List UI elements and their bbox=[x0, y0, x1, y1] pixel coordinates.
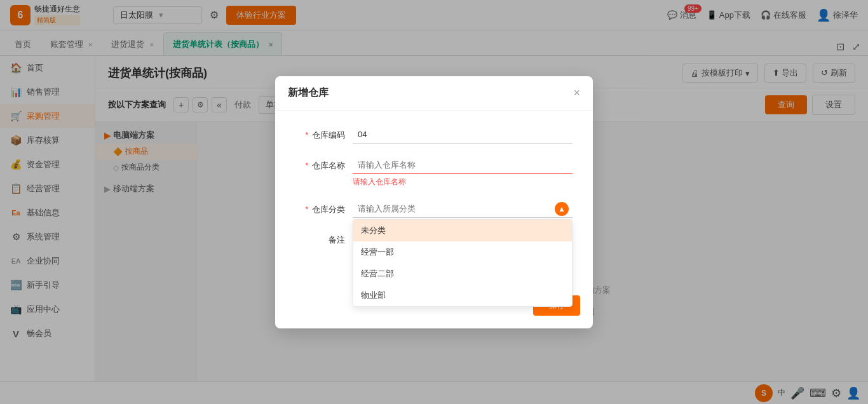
modal-body: * 仓库编码 * 仓库名称 请输入仓库名称 bbox=[275, 111, 593, 288]
warehouse-code-row: * 仓库编码 bbox=[295, 126, 573, 144]
warehouse-category-label: * 仓库分类 bbox=[295, 200, 353, 215]
category-option-property[interactable]: 物业部 bbox=[353, 285, 572, 306]
category-option-ops2[interactable]: 经营二部 bbox=[353, 263, 572, 285]
warehouse-category-row: * 仓库分类 ▲ 未分类 经营一部 经营二部 物业部 bbox=[295, 200, 573, 218]
warehouse-name-error: 请输入仓库名称 bbox=[353, 177, 573, 187]
warehouse-name-row: * 仓库名称 请输入仓库名称 bbox=[295, 156, 573, 187]
modal-close-button[interactable]: × bbox=[573, 86, 580, 100]
modal-new-warehouse: 新增仓库 × * 仓库编码 * 仓库名称 bbox=[275, 76, 593, 328]
warehouse-category-input-wrap: ▲ 未分类 经营一部 经营二部 物业部 bbox=[353, 200, 573, 218]
modal-title: 新增仓库 bbox=[288, 86, 329, 100]
category-option-ops1[interactable]: 经营一部 bbox=[353, 241, 572, 263]
warehouse-name-input[interactable] bbox=[353, 156, 573, 174]
warehouse-name-input-wrap: 请输入仓库名称 bbox=[353, 156, 573, 187]
notes-label: 备注 bbox=[295, 231, 353, 246]
warehouse-code-input[interactable] bbox=[353, 126, 573, 144]
warehouse-category-input[interactable] bbox=[353, 200, 573, 218]
modal-header: 新增仓库 × bbox=[275, 76, 593, 111]
warehouse-code-input-wrap bbox=[353, 126, 573, 144]
modal-backdrop: 新增仓库 × * 仓库编码 * 仓库名称 bbox=[0, 0, 868, 404]
dropdown-toggle-icon[interactable]: ▲ bbox=[555, 202, 569, 216]
category-option-unclassified[interactable]: 未分类 bbox=[353, 220, 572, 241]
warehouse-name-label: * 仓库名称 bbox=[295, 156, 353, 172]
warehouse-category-dropdown: ▲ 未分类 经营一部 经营二部 物业部 bbox=[353, 200, 573, 218]
warehouse-code-label: * 仓库编码 bbox=[295, 126, 353, 141]
category-dropdown-list: 未分类 经营一部 经营二部 物业部 bbox=[353, 219, 573, 307]
